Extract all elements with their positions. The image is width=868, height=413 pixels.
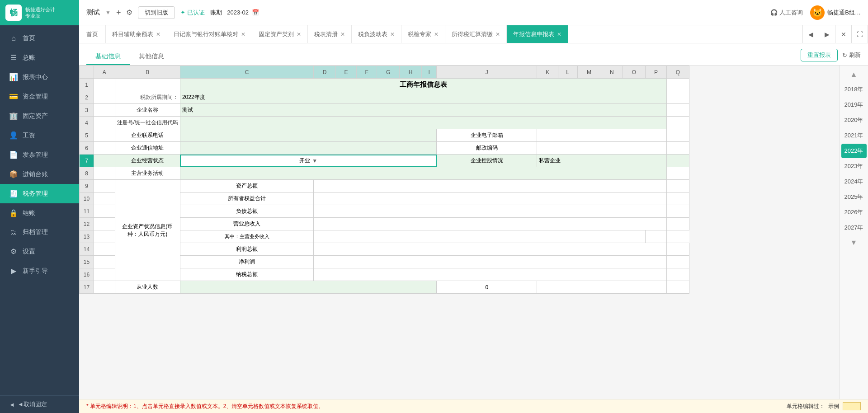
cell-17c[interactable] bbox=[180, 281, 437, 294]
cell-2q[interactable] bbox=[666, 91, 689, 104]
sidebar-item-settings[interactable]: ⚙ 设置 bbox=[0, 242, 79, 261]
cell-6q[interactable] bbox=[666, 142, 689, 155]
cell-7a[interactable] bbox=[94, 155, 115, 167]
tab-tax-form-close[interactable]: ✕ bbox=[340, 31, 345, 38]
col-header-n[interactable]: N bbox=[601, 66, 623, 79]
cell-5a[interactable] bbox=[94, 129, 115, 142]
cell-12q[interactable] bbox=[666, 218, 689, 230]
cell-13e[interactable] bbox=[314, 230, 646, 243]
cell-1b[interactable] bbox=[115, 79, 180, 91]
user-btn[interactable]: 🐱 畅捷通B组… bbox=[810, 5, 861, 20]
tab-tax-expert[interactable]: 税检专家 ✕ bbox=[401, 25, 445, 43]
sidebar-item-archive[interactable]: 🗂 归档管理 bbox=[0, 223, 79, 242]
tab-fixed-cat[interactable]: 固定资产类别 ✕ bbox=[252, 25, 308, 43]
cell-14a[interactable] bbox=[94, 243, 115, 256]
cell-16d[interactable] bbox=[314, 268, 666, 281]
tab-aux[interactable]: 科目辅助余额表 ✕ bbox=[106, 25, 167, 43]
col-header-o[interactable]: O bbox=[623, 66, 645, 79]
cell-6a[interactable] bbox=[94, 142, 115, 155]
sidebar-item-guide[interactable]: ▶ 新手引导 bbox=[0, 261, 79, 281]
cell-17k[interactable] bbox=[537, 281, 667, 294]
tab-fixed-cat-close[interactable]: ✕ bbox=[297, 31, 301, 38]
tab-home[interactable]: 首页 bbox=[79, 25, 106, 43]
cell-4a[interactable] bbox=[94, 117, 115, 129]
tab-income-tax-close[interactable]: ✕ bbox=[495, 31, 500, 38]
tab-tax-wave-close[interactable]: ✕ bbox=[390, 31, 395, 38]
cell-9a[interactable] bbox=[94, 180, 115, 192]
cell-3c[interactable]: 测试 bbox=[180, 104, 666, 117]
year-up-btn[interactable]: ▲ bbox=[843, 68, 865, 81]
topbar-gear-icon[interactable]: ⚙ bbox=[126, 8, 132, 17]
year-item-2023[interactable]: 2023年 bbox=[841, 159, 867, 174]
tab-expand-btn[interactable]: ⛶ bbox=[852, 25, 868, 43]
cell-1a[interactable] bbox=[94, 79, 115, 91]
tab-tax-wave[interactable]: 税负波动表 ✕ bbox=[352, 25, 401, 43]
cell-10q[interactable] bbox=[666, 192, 689, 205]
col-header-d[interactable]: D bbox=[314, 66, 335, 79]
tab-next-btn[interactable]: ▶ bbox=[819, 25, 835, 43]
reset-btn[interactable]: 重置报表 bbox=[801, 49, 838, 61]
sidebar-collapse-btn[interactable]: ◄ ◄取消固定 bbox=[0, 395, 79, 413]
cell-14q[interactable] bbox=[666, 243, 689, 256]
tab-tax-expert-close[interactable]: ✕ bbox=[434, 31, 439, 38]
col-header-m[interactable]: M bbox=[577, 66, 601, 79]
col-header-h[interactable]: H bbox=[400, 66, 421, 79]
col-header-g[interactable]: G bbox=[377, 66, 400, 79]
cell-15a[interactable] bbox=[94, 256, 115, 268]
col-header-l[interactable]: L bbox=[558, 66, 577, 79]
cell-11d[interactable] bbox=[314, 205, 666, 218]
cell-8q[interactable] bbox=[666, 167, 689, 180]
cell-10a[interactable] bbox=[94, 192, 115, 205]
cell-8a[interactable] bbox=[94, 167, 115, 180]
cell-15d[interactable] bbox=[314, 256, 666, 268]
sidebar-item-tax[interactable]: 🧾 税务管理 bbox=[0, 184, 79, 203]
year-item-2020[interactable]: 2020年 bbox=[841, 113, 867, 127]
cell-16q[interactable] bbox=[666, 268, 689, 281]
year-item-2027[interactable]: 2027年 bbox=[841, 221, 867, 235]
sidebar-item-close[interactable]: 🔒 结账 bbox=[0, 203, 79, 223]
subtab-other[interactable]: 其他信息 bbox=[130, 49, 173, 65]
year-down-btn[interactable]: ▼ bbox=[843, 236, 865, 249]
cell-3q[interactable] bbox=[666, 104, 689, 117]
cell-12a[interactable] bbox=[94, 218, 115, 230]
cell-4q[interactable] bbox=[666, 117, 689, 129]
tab-prev-btn[interactable]: ◀ bbox=[803, 25, 819, 43]
col-header-a[interactable]: A bbox=[94, 66, 115, 79]
cell-17j[interactable]: 0 bbox=[437, 281, 537, 294]
cell-11q[interactable] bbox=[666, 205, 689, 218]
cell-2a[interactable] bbox=[94, 91, 115, 104]
cell-7k[interactable]: 私营企业 bbox=[537, 155, 667, 167]
consult-btn[interactable]: 🎧 人工咨询 bbox=[770, 9, 803, 17]
refresh-btn[interactable]: ↻ 刷新 bbox=[842, 49, 861, 61]
cell-7q[interactable] bbox=[666, 155, 689, 167]
col-header-k[interactable]: K bbox=[537, 66, 558, 79]
cell-15q[interactable] bbox=[666, 256, 689, 268]
year-item-2018[interactable]: 2018年 bbox=[841, 82, 867, 97]
col-header-f[interactable]: F bbox=[357, 66, 377, 79]
cell-1c-title[interactable]: 工商年报信息表 bbox=[180, 79, 666, 91]
cell-17a[interactable] bbox=[94, 281, 115, 294]
sidebar-item-purchase[interactable]: 📦 进销台账 bbox=[0, 164, 79, 184]
col-header-p[interactable]: P bbox=[646, 66, 667, 79]
cell-5q[interactable] bbox=[666, 129, 689, 142]
switch-btn[interactable]: 切到旧版 bbox=[138, 6, 175, 19]
col-header-i[interactable]: I bbox=[421, 66, 437, 79]
dropdown-arrow-icon[interactable]: ▼ bbox=[312, 158, 317, 164]
cell-2c[interactable]: 2022年度 bbox=[180, 91, 666, 104]
cell-10d[interactable] bbox=[314, 192, 666, 205]
tab-journal[interactable]: 日记账与银行对账单核对 ✕ bbox=[167, 25, 252, 43]
cell-4c[interactable] bbox=[180, 117, 666, 129]
sidebar-item-ledger[interactable]: ☰ 总账 bbox=[0, 48, 79, 67]
subtab-basic[interactable]: 基础信息 bbox=[86, 49, 130, 65]
cell-9q[interactable] bbox=[666, 180, 689, 192]
tab-close-all-btn[interactable]: ✕ bbox=[835, 25, 852, 43]
tab-tax-form[interactable]: 税表清册 ✕ bbox=[308, 25, 352, 43]
tab-journal-close[interactable]: ✕ bbox=[241, 31, 245, 38]
sidebar-item-report[interactable]: 📊 报表中心 bbox=[0, 67, 79, 87]
cell-8c[interactable] bbox=[180, 167, 666, 180]
cell-5c[interactable] bbox=[180, 129, 437, 142]
cell-11a[interactable] bbox=[94, 205, 115, 218]
cell-1q[interactable] bbox=[666, 79, 689, 91]
spreadsheet-main[interactable]: A B C D E F G H I J K L M bbox=[79, 66, 839, 399]
col-header-j[interactable]: J bbox=[437, 66, 537, 79]
